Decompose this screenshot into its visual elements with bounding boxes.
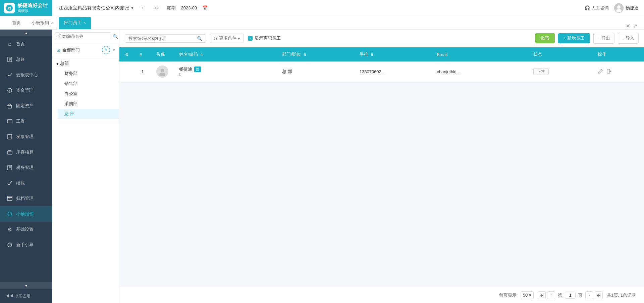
sidebar-item-payroll[interactable]: 工资 xyxy=(0,114,52,129)
dept-item-sales[interactable]: 销售部 xyxy=(58,79,119,89)
sidebar-item-ledger[interactable]: 总账 xyxy=(0,52,52,67)
expense-icon: 小 xyxy=(7,211,13,217)
tab-expense[interactable]: 小畅报销 × xyxy=(26,17,59,29)
sidebar-item-basic[interactable]: ⚙ 基础设置 xyxy=(0,222,52,237)
sidebar-item-invoice[interactable]: 发票管理 xyxy=(0,129,52,144)
dept-item-general[interactable]: 总 部 xyxy=(58,109,119,119)
funds-icon: ¥ xyxy=(7,87,13,93)
employee-search-icon[interactable]: 🔍 xyxy=(197,36,202,41)
toolbar-right: 邀请 + 新增员工 ↑ 导出 ↓ 导入 xyxy=(535,33,639,44)
filter-button[interactable]: ⚇ 更多条件 ▾ xyxy=(210,34,244,43)
dept-item-office[interactable]: 办公室 xyxy=(58,89,119,99)
sidebar-item-inventory[interactable]: 库存核算 xyxy=(0,144,52,160)
employee-dept: 总 部 xyxy=(282,69,292,74)
dept-item-purchase-label: 采购部 xyxy=(64,101,77,107)
dept-search-input[interactable] xyxy=(55,32,111,40)
sidebar-item-closing[interactable]: 结账 xyxy=(0,175,52,191)
th-dept[interactable]: 部门/职位 ⇅ xyxy=(277,47,354,61)
sidebar-item-funds[interactable]: ¥ 资金管理 xyxy=(0,83,52,98)
content-area: 🔍 ⊞ 全部部门 ✎ « ▾ 总部 财务部 xyxy=(52,30,644,303)
calendar-icon[interactable]: 📅 xyxy=(202,5,208,10)
sidebar-item-guide[interactable]: ? 新手引导 xyxy=(0,237,52,253)
next-page-button[interactable]: › xyxy=(585,291,593,299)
export-button[interactable]: ↑ 导出 xyxy=(593,33,614,44)
employee-search-input[interactable] xyxy=(128,36,196,41)
settings-button[interactable]: ⚙ xyxy=(152,4,162,12)
th-name[interactable]: 姓名/编码 ⇅ xyxy=(174,47,277,61)
tab-home[interactable]: 首页 xyxy=(7,17,26,29)
add-tab-button[interactable]: + xyxy=(139,4,147,12)
first-page-button[interactable]: ⏮ xyxy=(538,291,546,299)
dept-arrow-icon: ▾ xyxy=(56,61,59,66)
pagination-bar: 每页显示 50 ▾ ⏮ ‹ 第 页 › ⏭ 共1页, 1条记录 xyxy=(119,287,644,303)
tab-employee-label: 部门员工 xyxy=(64,20,82,26)
th-actions: 操作 xyxy=(592,47,644,61)
svg-text:财: 财 xyxy=(7,6,11,10)
dept-all-label: 全部部门 xyxy=(62,47,80,53)
dept-search-icon[interactable]: 🔍 xyxy=(113,34,118,39)
th-name-label: 姓名/编码 xyxy=(179,52,198,57)
basic-icon: ⚙ xyxy=(7,226,13,232)
sidebar-item-reports[interactable]: 云报表中心 xyxy=(0,67,52,83)
dept-item-finance[interactable]: 财务部 xyxy=(58,69,119,79)
last-page-button[interactable]: ⏭ xyxy=(595,291,603,299)
sidebar-label-home: 首页 xyxy=(16,41,25,47)
tab-employee-close-icon[interactable]: × xyxy=(84,20,86,25)
sidebar-label-archive: 归档管理 xyxy=(16,196,34,202)
tab-close-window-icon[interactable]: ✕ xyxy=(626,23,630,29)
tab-expand-icon[interactable]: ⤢ xyxy=(633,23,637,29)
td-phone: 138070602... xyxy=(354,61,431,82)
svg-rect-11 xyxy=(8,105,11,108)
period-label: 账期 xyxy=(167,5,176,11)
row-num: 1 xyxy=(141,69,144,74)
filter-dropdown-icon: ▾ xyxy=(238,36,240,41)
add-employee-button[interactable]: + 新增员工 xyxy=(558,33,590,43)
sidebar-scroll-up[interactable]: ▲ xyxy=(0,30,52,36)
employee-phone: 138070602... xyxy=(360,69,385,74)
th-phone[interactable]: 手机 ⇅ xyxy=(354,47,431,61)
dept-collapse-icon[interactable]: « xyxy=(113,48,115,52)
sidebar-item-assets[interactable]: 固定资产 xyxy=(0,98,52,114)
page-size-select[interactable]: 50 ▾ xyxy=(521,291,534,299)
th-settings[interactable]: ⚙ xyxy=(119,47,134,61)
page-size-dropdown-icon: ▾ xyxy=(529,293,531,298)
edit-employee-button[interactable] xyxy=(598,69,603,75)
th-name-sort-icon: ⇅ xyxy=(200,53,203,56)
logout-employee-button[interactable] xyxy=(606,69,612,75)
prev-page-button[interactable]: ‹ xyxy=(547,291,555,299)
svg-text:小: 小 xyxy=(8,213,11,216)
invoice-icon xyxy=(7,134,13,140)
employee-search-box: 🔍 xyxy=(125,34,206,43)
dept-parent-hq[interactable]: ▾ 总部 xyxy=(52,58,119,69)
show-resigned-option: ✓ 显示离职员工 xyxy=(248,35,281,41)
show-resigned-checkbox[interactable]: ✓ xyxy=(248,36,253,41)
dept-item-purchase[interactable]: 采购部 xyxy=(58,99,119,109)
dept-parent-label: 总部 xyxy=(60,60,69,67)
sidebar-scroll-down[interactable]: ▼ xyxy=(0,282,52,289)
sidebar-item-home[interactable]: ⌂ 首页 xyxy=(0,36,52,52)
sidebar-item-expense[interactable]: 小 小畅报销 xyxy=(0,206,52,222)
closing-icon xyxy=(7,180,13,186)
svg-rect-22 xyxy=(7,196,12,198)
assets-icon xyxy=(7,103,13,109)
company-dropdown-icon[interactable]: ▾ xyxy=(131,5,133,10)
invite-button[interactable]: 邀请 xyxy=(535,33,555,43)
import-button[interactable]: ↓ 导入 xyxy=(618,33,639,44)
support-button[interactable]: 🎧 人工咨询 xyxy=(585,5,609,11)
dept-edit-button[interactable]: ✎ xyxy=(102,46,110,54)
tabbar: 首页 小畅报销 × 部门员工 × ✕ ⤢ xyxy=(0,16,644,30)
sidebar-item-archive[interactable]: 归档管理 xyxy=(0,191,52,206)
company-name: 江西服宝精品有限责任公司内账张 xyxy=(59,5,129,11)
page-number-input[interactable] xyxy=(565,292,576,299)
th-email: Email xyxy=(431,47,528,61)
sidebar-item-tax[interactable]: 税务管理 xyxy=(0,160,52,175)
logo: 财 畅捷通好会计 旗舰版 xyxy=(0,0,52,16)
cancel-pin-button[interactable]: ◀◀ 取消固定 xyxy=(0,289,52,303)
user-area[interactable]: 畅捷通 xyxy=(614,3,639,13)
tab-expense-close-icon[interactable]: × xyxy=(51,20,53,25)
total-info: 共1页, 1条记录 xyxy=(607,292,636,298)
employee-panel: 🔍 ⚇ 更多条件 ▾ ✓ 显示离职员工 邀请 + 新增员工 ↑ 导出 xyxy=(119,30,644,303)
support-label: 人工咨询 xyxy=(591,5,609,11)
tab-employee[interactable]: 部门员工 × xyxy=(59,17,91,29)
logo-title: 畅捷通好会计 xyxy=(17,2,48,8)
